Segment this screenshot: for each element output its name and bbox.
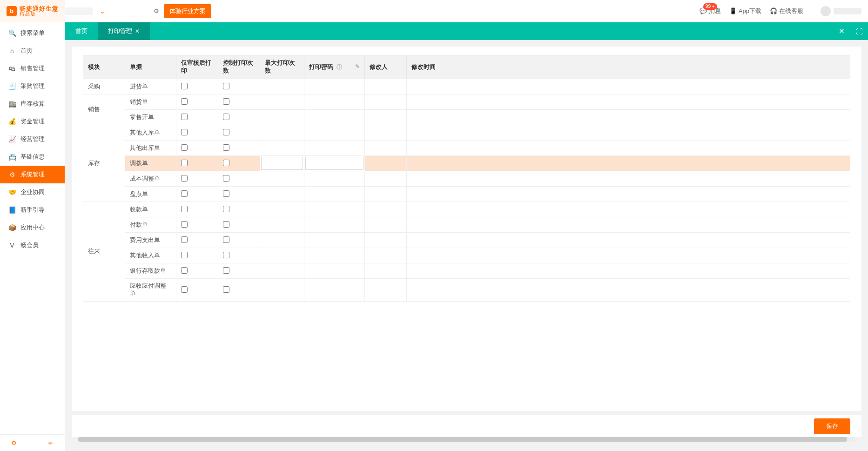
only-after-audit-checkbox[interactable] xyxy=(181,252,188,258)
sidebar-item-3[interactable]: 🧾采购管理 xyxy=(0,77,65,95)
cell-modify-time xyxy=(407,156,850,171)
only-after-audit-checkbox[interactable] xyxy=(181,144,188,151)
sidebar-item-label: 首页 xyxy=(20,47,33,55)
sidebar: 🔍搜索菜单⌂首页🛍销售管理🧾采购管理🏬库存核算💰资金管理📈经营管理📇基础信息⚙系… xyxy=(0,22,65,451)
sidebar-item-8[interactable]: ⚙系统管理 xyxy=(0,166,65,183)
main-area: 首页打印管理✕ ✕ ⛶ 模块 单据 xyxy=(65,22,868,451)
control-count-checkbox[interactable] xyxy=(223,129,229,135)
control-count-checkbox[interactable] xyxy=(223,206,229,212)
tab-close-icon[interactable]: ✕ xyxy=(135,28,140,34)
control-count-checkbox[interactable] xyxy=(223,286,229,293)
cell-modify-time xyxy=(407,187,850,202)
cell-control-count xyxy=(218,125,260,141)
print-pwd-input[interactable] xyxy=(305,157,363,170)
cell-only-after-audit xyxy=(176,156,218,171)
sidebar-item-9[interactable]: 🤝企业协同 xyxy=(0,183,65,201)
control-count-checkbox[interactable] xyxy=(223,175,229,182)
only-after-audit-checkbox[interactable] xyxy=(181,129,188,135)
only-after-audit-checkbox[interactable] xyxy=(181,83,188,89)
only-after-audit-checkbox[interactable] xyxy=(181,221,188,228)
cell-control-count xyxy=(218,141,260,156)
only-after-audit-checkbox[interactable] xyxy=(181,267,188,274)
cell-doc: 应收应付调整单 xyxy=(125,279,176,302)
col-modifier: 修改人 xyxy=(365,55,407,79)
only-after-audit-checkbox[interactable] xyxy=(181,236,188,243)
sidebar-item-6[interactable]: 📈经营管理 xyxy=(0,130,65,148)
table-row: 应收应付调整单 xyxy=(83,279,850,302)
cell-module: 库存 xyxy=(83,125,125,202)
sidebar-item-10[interactable]: 📘新手引导 xyxy=(0,201,65,219)
cell-doc: 收款单 xyxy=(125,202,176,217)
cell-only-after-audit xyxy=(176,263,218,279)
cell-module: 往来 xyxy=(83,202,125,302)
cell-control-count xyxy=(218,171,260,187)
cell-doc: 其他出库单 xyxy=(125,141,176,156)
only-after-audit-checkbox[interactable] xyxy=(181,206,188,212)
cell-max-count xyxy=(260,79,304,94)
control-count-checkbox[interactable] xyxy=(223,252,229,258)
sidebar-item-5[interactable]: 💰资金管理 xyxy=(0,113,65,130)
control-count-checkbox[interactable] xyxy=(223,98,229,105)
only-after-audit-checkbox[interactable] xyxy=(181,160,188,166)
control-count-checkbox[interactable] xyxy=(223,144,229,151)
tab-close-all-icon[interactable]: ✕ xyxy=(833,22,850,40)
scrollbar-thumb[interactable] xyxy=(78,437,847,442)
help-icon[interactable]: ⓘ xyxy=(336,64,342,70)
table-row: 费用支出单 xyxy=(83,233,850,248)
control-count-checkbox[interactable] xyxy=(223,160,229,166)
sidebar-item-0[interactable]: 🔍搜索菜单 xyxy=(0,24,65,42)
cell-modifier xyxy=(365,125,407,141)
only-after-audit-checkbox[interactable] xyxy=(181,286,188,293)
user-menu[interactable] xyxy=(821,6,861,16)
sidebar-item-4[interactable]: 🏬库存核算 xyxy=(0,95,65,113)
cell-modifier xyxy=(365,202,407,217)
cell-modifier xyxy=(365,141,407,156)
control-count-checkbox[interactable] xyxy=(223,221,229,228)
trial-plan-button[interactable]: 体验行业方案 xyxy=(164,4,211,18)
cell-doc: 费用支出单 xyxy=(125,233,176,248)
cell-control-count xyxy=(218,233,260,248)
sidebar-item-icon: 📦 xyxy=(8,224,16,231)
control-count-checkbox[interactable] xyxy=(223,236,229,243)
col-control-count: 控制打印次数 xyxy=(218,55,260,79)
control-count-checkbox[interactable] xyxy=(223,114,229,120)
online-support-button[interactable]: 🎧 在线客服 xyxy=(770,7,803,15)
sidebar-settings-icon[interactable]: ⚙ xyxy=(11,439,17,446)
horizontal-scrollbar[interactable] xyxy=(78,437,855,442)
control-count-checkbox[interactable] xyxy=(223,267,229,274)
control-count-checkbox[interactable] xyxy=(223,83,229,89)
max-count-input[interactable] xyxy=(261,157,303,170)
tab-fullscreen-icon[interactable]: ⛶ xyxy=(850,22,868,40)
tab-0[interactable]: 首页 xyxy=(65,22,98,40)
brand: b 畅捷通好生意 精品版 xyxy=(7,6,65,16)
cell-print-pwd xyxy=(304,141,365,156)
sidebar-item-label: 搜索菜单 xyxy=(20,29,45,37)
phone-icon: 📱 xyxy=(729,7,737,15)
only-after-audit-checkbox[interactable] xyxy=(181,175,188,182)
settings-gear-icon[interactable]: ⚙ xyxy=(154,7,159,14)
sidebar-item-12[interactable]: V畅会员 xyxy=(0,236,65,254)
only-after-audit-checkbox[interactable] xyxy=(181,190,188,197)
online-support-label: 在线客服 xyxy=(779,7,803,15)
tab-1[interactable]: 打印管理✕ xyxy=(98,22,150,40)
sidebar-item-2[interactable]: 🛍销售管理 xyxy=(0,60,65,77)
sidebar-item-11[interactable]: 📦应用中心 xyxy=(0,219,65,236)
sidebar-collapse-icon[interactable]: ⇤ xyxy=(48,439,54,446)
cell-print-pwd xyxy=(304,248,365,263)
sidebar-item-7[interactable]: 📇基础信息 xyxy=(0,148,65,166)
table-row: 库存其他入库单 xyxy=(83,125,850,141)
col-max-count: 最大打印次数 xyxy=(260,55,304,79)
control-count-checkbox[interactable] xyxy=(223,190,229,197)
sidebar-item-label: 系统管理 xyxy=(20,170,45,179)
only-after-audit-checkbox[interactable] xyxy=(181,98,188,105)
save-button[interactable]: 保存 xyxy=(814,418,850,434)
messages-button[interactable]: 99 + 💬 消息 xyxy=(700,7,721,15)
edit-column-icon[interactable]: ✎ xyxy=(355,63,360,70)
cell-control-count xyxy=(218,202,260,217)
cell-control-count xyxy=(218,187,260,202)
sidebar-item-1[interactable]: ⌂首页 xyxy=(0,42,65,60)
company-selector[interactable]: ⌄ xyxy=(65,7,149,15)
only-after-audit-checkbox[interactable] xyxy=(181,114,188,120)
app-download-button[interactable]: 📱 App下载 xyxy=(729,7,761,15)
tab-bar: 首页打印管理✕ ✕ ⛶ xyxy=(65,22,868,40)
